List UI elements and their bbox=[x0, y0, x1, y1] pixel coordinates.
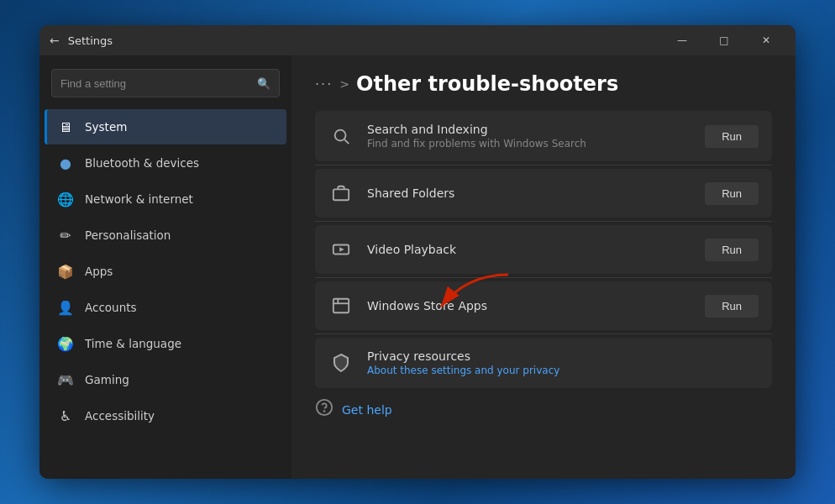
ts-name-shared: Shared Folders bbox=[367, 186, 691, 200]
ts-item-shared: Shared Folders Run bbox=[315, 169, 772, 218]
run-button-search[interactable]: Run bbox=[705, 125, 759, 148]
window-controls: — □ ✕ bbox=[663, 25, 785, 55]
ts-text-video: Video Playback bbox=[367, 243, 691, 256]
minimize-button[interactable]: — bbox=[663, 25, 701, 55]
page-title: Other trouble-shooters bbox=[356, 72, 618, 96]
privacy-name: Privacy resources bbox=[367, 349, 759, 363]
sidebar-label-system: System bbox=[85, 120, 127, 134]
window-title: Settings bbox=[68, 34, 663, 47]
gaming-icon: 🎮 bbox=[56, 370, 75, 389]
network-icon: 🌐 bbox=[56, 190, 75, 208]
get-help-label: Get help bbox=[342, 403, 392, 417]
sidebar-label-time: Time & language bbox=[85, 337, 181, 350]
svg-rect-2 bbox=[333, 189, 349, 200]
sidebar-label-apps: Apps bbox=[85, 265, 113, 278]
get-help-icon bbox=[315, 398, 333, 421]
system-icon: 🖥 bbox=[56, 118, 75, 136]
ts-text-shared: Shared Folders bbox=[367, 186, 691, 200]
accessibility-icon: ♿ bbox=[56, 407, 75, 425]
breadcrumb-arrow: > bbox=[339, 77, 349, 91]
privacy-icon bbox=[328, 350, 354, 375]
sidebar-item-network[interactable]: 🌐 Network & internet bbox=[45, 181, 286, 217]
red-arrow-indicator bbox=[416, 266, 517, 317]
maximize-button[interactable]: □ bbox=[705, 25, 743, 55]
ts-text-search: Search and Indexing Find and fix problem… bbox=[367, 123, 691, 150]
search-box[interactable]: 🔍 bbox=[51, 69, 280, 97]
sidebar-label-network: Network & internet bbox=[85, 192, 193, 206]
ts-item-store: Windows Store Apps Run bbox=[315, 281, 772, 330]
sidebar-item-accessibility[interactable]: ♿ Accessibility bbox=[45, 398, 286, 433]
apps-icon: 📦 bbox=[56, 262, 75, 281]
svg-marker-4 bbox=[339, 247, 344, 252]
svg-point-0 bbox=[335, 130, 346, 141]
breadcrumb: ··· > Other trouble-shooters bbox=[315, 72, 772, 96]
sidebar-item-time[interactable]: 🌍 Time & language bbox=[45, 326, 286, 361]
ts-item-search: Search and Indexing Find and fix problem… bbox=[315, 111, 772, 161]
sidebar-item-apps[interactable]: 📦 Apps bbox=[45, 254, 286, 289]
search-indexing-icon bbox=[328, 123, 354, 149]
sidebar-label-accounts: Accounts bbox=[85, 301, 137, 314]
personalisation-icon: ✏️ bbox=[56, 226, 75, 244]
run-button-store[interactable]: Run bbox=[705, 295, 759, 318]
time-icon: 🌍 bbox=[56, 334, 75, 353]
privacy-link[interactable]: About these settings and your privacy bbox=[367, 365, 759, 376]
sidebar-label-bluetooth: Bluetooth & devices bbox=[85, 156, 199, 170]
ts-desc-search: Find and fix problems with Windows Searc… bbox=[367, 138, 691, 150]
svg-line-1 bbox=[344, 139, 349, 144]
run-button-shared[interactable]: Run bbox=[705, 182, 759, 205]
troubleshooter-list: Search and Indexing Find and fix problem… bbox=[315, 111, 772, 388]
sidebar-item-accounts[interactable]: 👤 Accounts bbox=[45, 290, 286, 325]
ts-item-video: Video Playback Run bbox=[315, 225, 772, 274]
accounts-icon: 👤 bbox=[56, 298, 75, 317]
sidebar-item-personalisation[interactable]: ✏️ Personalisation bbox=[45, 218, 286, 253]
bluetooth-icon: ● bbox=[56, 154, 75, 172]
run-button-video[interactable]: Run bbox=[705, 239, 759, 261]
privacy-item: Privacy resources About these settings a… bbox=[315, 338, 772, 388]
windows-store-icon bbox=[328, 293, 354, 318]
main-content: 🔍 🖥 System ● Bluetooth & devices 🌐 Netwo… bbox=[39, 55, 796, 479]
ts-name-search: Search and Indexing bbox=[367, 123, 691, 136]
main-panel: ··· > Other trouble-shooters Search and … bbox=[291, 55, 796, 479]
svg-point-10 bbox=[324, 411, 325, 412]
sidebar-item-bluetooth[interactable]: ● Bluetooth & devices bbox=[45, 145, 286, 181]
video-playback-icon bbox=[328, 237, 354, 262]
sidebar-label-personalisation: Personalisation bbox=[85, 228, 171, 242]
sidebar-item-gaming[interactable]: 🎮 Gaming bbox=[45, 362, 286, 397]
back-button[interactable]: ← bbox=[50, 34, 60, 47]
settings-window: ← Settings — □ ✕ 🔍 🖥 System ● Bluetooth … bbox=[39, 25, 796, 479]
sidebar-label-accessibility: Accessibility bbox=[85, 409, 155, 423]
privacy-text: Privacy resources About these settings a… bbox=[367, 349, 759, 376]
close-button[interactable]: ✕ bbox=[747, 25, 785, 55]
breadcrumb-dots: ··· bbox=[315, 76, 333, 92]
shared-folders-icon bbox=[328, 181, 354, 206]
titlebar: ← Settings — □ ✕ bbox=[39, 25, 796, 55]
sidebar: 🔍 🖥 System ● Bluetooth & devices 🌐 Netwo… bbox=[39, 55, 291, 479]
sidebar-label-gaming: Gaming bbox=[85, 373, 129, 386]
search-input[interactable] bbox=[60, 77, 257, 90]
get-help-button[interactable]: Get help bbox=[315, 388, 772, 424]
ts-name-video: Video Playback bbox=[367, 243, 691, 256]
sidebar-item-system[interactable]: 🖥 System bbox=[45, 109, 286, 144]
svg-rect-6 bbox=[333, 299, 349, 313]
search-icon: 🔍 bbox=[257, 77, 270, 90]
